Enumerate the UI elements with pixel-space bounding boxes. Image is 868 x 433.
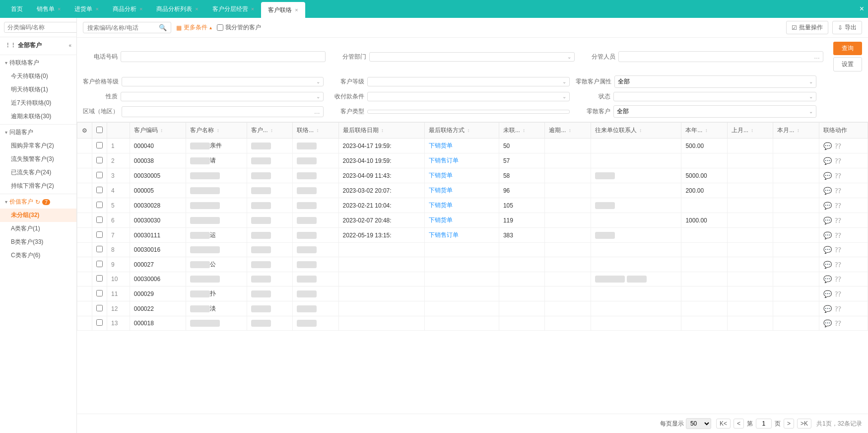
chat-icon[interactable]: 💬 (823, 187, 832, 195)
export-button[interactable]: ⇩ 导出 (832, 21, 862, 34)
chat-icon[interactable]: 💬 (823, 142, 832, 150)
tab-customer-tier[interactable]: 客户分层经营 × (205, 0, 261, 18)
my-customers-checkbox[interactable]: 我分管的客户 (217, 23, 261, 32)
filter-more-button[interactable]: ▦ 更多条件 ▴ (176, 23, 212, 32)
sidebar-item-class-a[interactable]: A类客户(1) (0, 222, 76, 235)
tab-analysis-list-close[interactable]: × (195, 6, 198, 12)
tab-sales[interactable]: 销售单 × (30, 0, 67, 18)
next-page-button[interactable]: > (784, 419, 794, 429)
th-unit-contact[interactable]: 往来单位联系人 ↕ (591, 123, 681, 139)
apps-icon[interactable]: ⁇ (835, 187, 841, 195)
nature-select[interactable]: ⌄ (121, 92, 324, 101)
th-type[interactable]: 客户... ↕ (247, 123, 293, 139)
th-uncontacted[interactable]: 未联... ↕ (499, 123, 545, 139)
prev-page-button[interactable]: < (734, 419, 744, 429)
price-level-select[interactable]: ⌄ (122, 77, 324, 86)
row-checkbox[interactable] (96, 319, 103, 326)
chat-icon[interactable]: 💬 (823, 261, 832, 269)
row-checkbox[interactable] (96, 290, 103, 296)
last-contact-way[interactable]: 下销货单 (429, 202, 453, 209)
chat-icon[interactable]: 💬 (823, 246, 832, 254)
last-page-button[interactable]: >K (797, 419, 811, 429)
row-checkbox[interactable] (96, 216, 103, 223)
row-checkbox[interactable] (96, 202, 103, 208)
region-select[interactable]: … (122, 106, 324, 117)
global-close-button[interactable]: × (860, 4, 864, 13)
apps-icon[interactable]: ⁇ (835, 246, 841, 254)
row-checkbox[interactable] (96, 231, 103, 238)
sidebar-item-7days[interactable]: 近7天待联络(0) (0, 96, 76, 110)
reset-button[interactable]: 设置 (833, 57, 862, 72)
sidebar-problem-group[interactable]: 问题客户 (0, 126, 76, 139)
dept-select[interactable]: ⌄ (369, 52, 574, 62)
status-select[interactable]: ⌄ (613, 92, 816, 101)
sidebar-item-tomorrow[interactable]: 明天待联络(1) (0, 83, 76, 96)
tab-purchase-close[interactable]: × (95, 6, 98, 12)
batch-operations-button[interactable]: ☑ 批量操作 (786, 21, 828, 34)
sidebar-item-class-b[interactable]: B类客户(33) (0, 235, 76, 249)
chat-icon[interactable]: 💬 (823, 172, 832, 180)
row-checkbox[interactable] (96, 172, 103, 178)
row-checkbox[interactable] (96, 261, 103, 267)
sidebar-item-churned[interactable]: 已流失客户(24) (0, 166, 76, 179)
last-contact-way[interactable]: 下销货单 (429, 187, 453, 194)
chat-icon[interactable]: 💬 (823, 202, 832, 210)
scatter-attr-select[interactable]: 全部 ⌄ (614, 75, 816, 88)
filter-search-box[interactable]: 🔍 (83, 22, 171, 33)
sidebar-item-declining[interactable]: 持续下滑客户(2) (0, 179, 76, 193)
last-contact-way[interactable]: 下销售订单 (429, 157, 459, 164)
last-contact-way[interactable]: 下销货单 (429, 172, 453, 179)
sidebar-item-today[interactable]: 今天待联络(0) (0, 70, 76, 83)
refresh-icon[interactable]: ↻ (35, 199, 40, 206)
apps-icon[interactable]: ⁇ (835, 231, 841, 239)
person-select[interactable]: … (618, 51, 823, 62)
apps-icon[interactable]: ⁇ (835, 157, 841, 165)
row-checkbox[interactable] (96, 142, 103, 148)
tab-customer-contact[interactable]: 客户联络 × (261, 2, 305, 18)
phone-input[interactable] (121, 51, 326, 62)
chat-icon[interactable]: 💬 (823, 290, 832, 298)
scatter-customer-select[interactable]: 全部 ⌄ (613, 105, 816, 118)
my-customers-check-input[interactable] (217, 24, 223, 31)
last-contact-way[interactable]: 下销货单 (429, 142, 453, 149)
last-contact-way[interactable]: 下销售订单 (429, 231, 459, 238)
th-this-year[interactable]: 本年... ↕ (681, 123, 728, 139)
query-button[interactable]: 查询 (833, 42, 862, 55)
sidebar-item-overdue[interactable]: 逾期未联络(30) (0, 110, 76, 123)
select-all-checkbox[interactable] (96, 127, 103, 133)
apps-icon[interactable]: ⁇ (835, 275, 841, 283)
chat-icon[interactable]: 💬 (823, 305, 832, 313)
sidebar-value-group[interactable]: 价值客户 ↻ 7 (0, 195, 76, 209)
apps-icon[interactable]: ⁇ (835, 305, 841, 313)
th-last-way[interactable]: 最后联络方式 ↕ (425, 123, 499, 139)
filter-search-icon[interactable]: 🔍 (159, 24, 167, 31)
apps-icon[interactable]: ⁇ (835, 319, 841, 327)
tab-sales-close[interactable]: × (58, 6, 61, 12)
apps-icon[interactable]: ⁇ (835, 172, 841, 180)
th-code[interactable]: 客户编码 ↕ (130, 123, 186, 139)
row-checkbox[interactable] (96, 246, 103, 252)
apps-icon[interactable]: ⁇ (835, 216, 841, 224)
home-tab[interactable]: 首页 (4, 0, 30, 18)
customer-type-select[interactable] (367, 110, 570, 114)
sidebar-item-abnormal[interactable]: 囤购异常客户(2) (0, 139, 76, 152)
th-last-date[interactable]: 最后联络日期 ↕ (338, 123, 425, 139)
sidebar-collapse-icon[interactable]: « (68, 43, 71, 48)
filter-search-input[interactable] (87, 24, 157, 31)
tab-purchase[interactable]: 进货单 × (67, 0, 105, 18)
row-checkbox[interactable] (96, 275, 103, 282)
payment-select[interactable]: ⌄ (367, 92, 570, 101)
th-overdue[interactable]: 逾期... ↕ (545, 123, 591, 139)
sidebar-all-customers[interactable]: ⋮⋮ 全部客户 « (0, 37, 76, 54)
first-page-button[interactable]: K< (716, 419, 731, 429)
sidebar-pending-group[interactable]: 待联络客户 (0, 56, 76, 70)
chat-icon[interactable]: 💬 (823, 275, 832, 283)
chat-icon[interactable]: 💬 (823, 216, 832, 224)
chat-icon[interactable]: 💬 (823, 157, 832, 165)
th-contact[interactable]: 联络... ↕ (293, 123, 339, 139)
apps-icon[interactable]: ⁇ (835, 202, 841, 210)
sidebar-search-input[interactable] (4, 22, 77, 33)
th-this-month[interactable]: 本月... ↕ (773, 123, 819, 139)
apps-icon[interactable]: ⁇ (835, 290, 841, 298)
apps-icon[interactable]: ⁇ (835, 142, 841, 150)
